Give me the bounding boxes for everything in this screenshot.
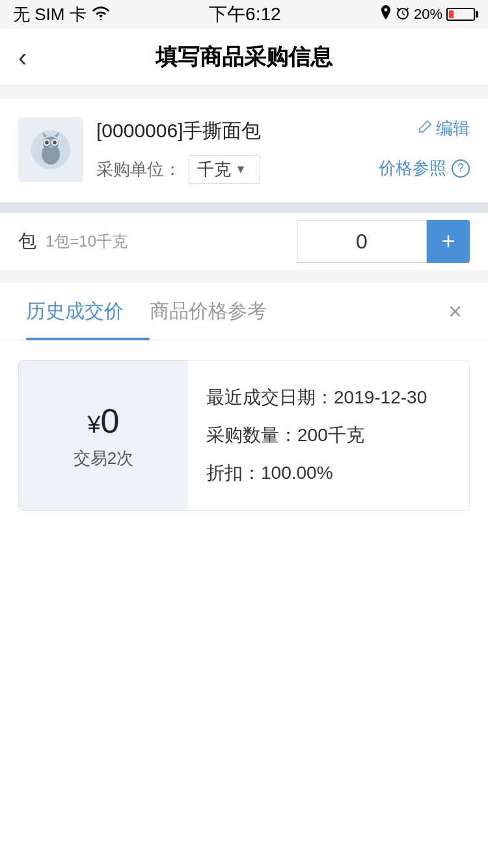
status-time: 下午6:12 [209, 2, 281, 27]
tab-history-price[interactable]: 历史成交价 [26, 283, 150, 340]
location-icon [380, 5, 392, 23]
back-button[interactable]: ‹ [18, 44, 27, 70]
edit-button[interactable]: 编辑 [418, 117, 470, 140]
product-name: [0000006]手撕面包 [96, 117, 261, 144]
product-card: [0000006]手撕面包 采购单位： 千克 ▼ 编辑 价格参照 ? [0, 99, 488, 202]
edit-icon [418, 118, 432, 139]
unit-select[interactable]: 千克 ▼ [189, 155, 260, 184]
nav-bar: ‹ 填写商品采购信息 [0, 29, 488, 86]
quantity-input-group: 0 + [297, 220, 470, 263]
product-logo [28, 127, 74, 172]
history-recent-date: 最近成交日期：2019-12-30 [206, 384, 451, 411]
unit-label: 采购单位： [96, 158, 181, 181]
alarm-icon [396, 5, 410, 23]
svg-point-6 [45, 141, 49, 144]
info-icon: ? [452, 159, 470, 178]
tabs-container: 历史成交价 商品价格参考 [26, 283, 293, 340]
status-bar: 无 SIM 卡 下午6:12 20% [0, 0, 488, 29]
quantity-input[interactable]: 0 [297, 220, 427, 263]
tabs-bar: 历史成交价 商品价格参考 × [0, 283, 488, 340]
history-trades: 交易2次 [74, 447, 133, 470]
history-content: ¥0 交易2次 最近成交日期：2019-12-30 采购数量：200千克 折扣：… [0, 340, 488, 530]
history-qty: 采购数量：200千克 [206, 422, 451, 449]
status-indicators: 20% [380, 5, 475, 23]
bottom-area [0, 530, 488, 868]
page-title: 填写商品采购信息 [156, 42, 332, 72]
status-carrier: 无 SIM 卡 [13, 3, 110, 26]
wifi-icon [92, 5, 110, 25]
product-image [18, 117, 83, 182]
svg-point-7 [53, 141, 57, 144]
close-button[interactable]: × [448, 300, 462, 323]
price-ref-button[interactable]: 价格参照 ? [379, 157, 470, 180]
qty-plus-button[interactable]: + [427, 220, 470, 263]
history-price-display: ¥0 [88, 401, 120, 441]
battery-percent: 20% [414, 6, 442, 23]
history-card: ¥0 交易2次 最近成交日期：2019-12-30 采购数量：200千克 折扣：… [18, 360, 470, 511]
qty-unit: 包 [18, 229, 36, 254]
quantity-row: 包 1包=10千克 0 + [0, 213, 488, 270]
section-divider [0, 202, 488, 213]
history-details: 最近成交日期：2019-12-30 采购数量：200千克 折扣：100.00% [188, 360, 469, 510]
history-discount: 折扣：100.00% [206, 459, 451, 487]
chevron-down-icon: ▼ [235, 163, 247, 176]
battery-icon [446, 8, 475, 21]
tab-product-price-ref[interactable]: 商品价格参考 [150, 283, 293, 340]
history-price-section: ¥0 交易2次 [19, 360, 188, 510]
qty-conversion: 1包=10千克 [46, 231, 128, 252]
tab-active-indicator [26, 338, 150, 340]
